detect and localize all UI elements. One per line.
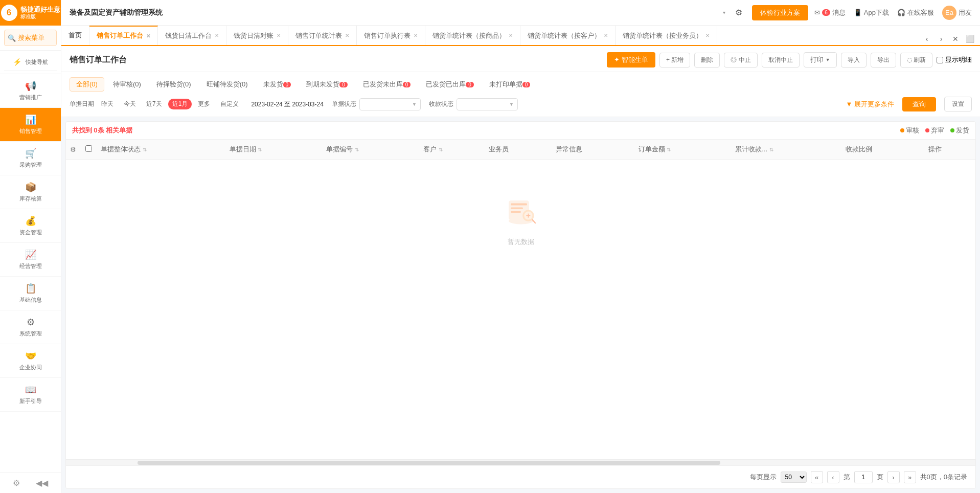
sidebar-item-销售管理[interactable]: 📊销售管理 — [0, 108, 61, 142]
reject-action[interactable]: 弃审 — [925, 126, 944, 135]
date-opt-今天[interactable]: 今天 — [120, 99, 140, 109]
tab-close-8[interactable]: ✕ — [705, 33, 710, 38]
tab-1[interactable]: 销售订单工作台✕ — [89, 26, 158, 45]
col-customer: 客户 ⇅ — [419, 140, 485, 160]
settings-icon[interactable]: ⚙ — [13, 478, 20, 488]
payment-select[interactable] — [457, 98, 518, 110]
date-opt-昨天[interactable]: 昨天 — [97, 99, 118, 109]
online-service-button[interactable]: 🎧 在线客服 — [897, 8, 934, 17]
prev-page-button[interactable]: ‹ — [827, 471, 839, 483]
message-badge: 6 — [822, 9, 830, 16]
date-opt-自定义[interactable]: 自定义 — [216, 99, 243, 109]
filter-tab-2[interactable]: 待择验货(0) — [150, 77, 198, 92]
date-opt-近1月[interactable]: 近1月 — [168, 99, 192, 109]
message-button[interactable]: ✉ 6 消息 — [814, 8, 846, 17]
sidebar-item-经营管理[interactable]: 📈经营管理 — [0, 243, 61, 277]
nav-icon-1: 📊 — [25, 114, 36, 125]
query-button[interactable]: 查询 — [902, 97, 936, 111]
sidebar-item-quick-nav[interactable]: ⚡ 快捷导航 — [4, 54, 57, 71]
status-select[interactable] — [359, 98, 421, 110]
col-checkbox — [81, 140, 97, 160]
show-detail-checkbox[interactable] — [937, 57, 943, 63]
tab-7[interactable]: 销货单统计表（按客户）✕ — [520, 26, 616, 45]
sort-icon[interactable]: ⇅ — [258, 147, 262, 152]
sidebar-item-库存核算[interactable]: 📦库存核算 — [0, 175, 61, 209]
sidebar-item-基础信息[interactable]: 📋基础信息 — [0, 277, 61, 310]
smart-create-button[interactable]: ✦ 智能生单 — [607, 52, 655, 68]
sort-icon[interactable]: ⇅ — [355, 147, 359, 152]
tab-scroll-left-button[interactable]: ‹ — [921, 33, 933, 45]
sort-icon[interactable]: ⇅ — [439, 147, 443, 152]
last-page-button[interactable]: » — [904, 471, 916, 483]
filter-tab-6[interactable]: 已发货未出库0 — [356, 77, 418, 92]
system-dropdown-arrow[interactable]: ▾ — [723, 10, 725, 15]
tab-8[interactable]: 销货单统计表（按业务员）✕ — [616, 26, 717, 45]
expand-more-button[interactable]: ▼ 展开更多条件 — [846, 100, 894, 109]
filter-tab-0[interactable]: 全部(0) — [70, 77, 104, 92]
filter-tab-8[interactable]: 未打印单据0 — [483, 77, 537, 92]
collapse-icon[interactable]: ◀◀ — [36, 478, 48, 488]
filter-tab-3[interactable]: 旺铺待发货(0) — [200, 77, 255, 92]
export-button[interactable]: 导出 — [871, 53, 896, 68]
tab-6[interactable]: 销货单统计表（按商品）✕ — [425, 26, 520, 45]
search-menu-button[interactable]: 🔍 搜索菜单 — [4, 30, 57, 46]
page-number-input[interactable] — [854, 471, 873, 483]
filter-tab-4[interactable]: 未发货0 — [257, 77, 298, 92]
cancel-stop-button[interactable]: 取消中止 — [762, 53, 800, 68]
user-menu-button[interactable]: Ea 用友 — [942, 6, 972, 20]
status-select-wrap — [359, 98, 421, 110]
sidebar-item-新手引导[interactable]: 📖新手引导 — [0, 378, 61, 412]
tab-5[interactable]: 销售订单执行表✕ — [357, 26, 425, 45]
tab-maximize-button[interactable]: ⬜ — [964, 33, 976, 45]
filter-tab-7[interactable]: 已发货已出库0 — [419, 77, 481, 92]
table-scroll[interactable]: ⚙ 单据整体状态 ⇅ 单据日期 ⇅ 单据编号 ⇅ 客户 ⇅ 业务员 异常信息 订… — [66, 140, 975, 459]
tab-4[interactable]: 销售订单统计表✕ — [288, 26, 357, 45]
solution-button[interactable]: 体验行业方案 — [752, 5, 808, 20]
settings-gear-icon[interactable]: ⚙ — [732, 6, 746, 20]
sidebar-item-采购管理[interactable]: 🛒采购管理 — [0, 142, 61, 175]
sidebar-item-企业协同[interactable]: 🤝企业协同 — [0, 344, 61, 378]
scrollbar-thumb[interactable] — [138, 461, 720, 465]
date-opt-更多[interactable]: 更多 — [194, 99, 214, 109]
show-detail-label[interactable]: 显示明细 — [937, 55, 972, 64]
sort-icon[interactable]: ⇅ — [667, 147, 671, 152]
tab-close-5[interactable]: ✕ — [414, 33, 418, 38]
tab-close-1[interactable]: ✕ — [146, 33, 150, 39]
next-page-button[interactable]: › — [887, 471, 900, 483]
sort-icon[interactable]: ⇅ — [143, 147, 147, 152]
first-page-button[interactable]: « — [811, 471, 823, 483]
sort-icon[interactable]: ⇅ — [769, 147, 773, 152]
tab-2[interactable]: 钱货日清工作台✕ — [158, 26, 226, 45]
sidebar-item-营销推广[interactable]: 📢营销推广 — [0, 74, 61, 108]
app-download-button[interactable]: 📱 App下载 — [854, 8, 889, 17]
sidebar-item-资金管理[interactable]: 💰资金管理 — [0, 209, 61, 243]
tab-scroll-right-button[interactable]: › — [935, 33, 947, 45]
content-area: 销售订单工作台 ✦ 智能生单 + 新增 删除 ◎ 中止 取消中止 打印 ▼ 导入… — [61, 46, 980, 493]
add-button[interactable]: + 新增 — [659, 53, 690, 68]
filter-tab-1[interactable]: 待审核(0) — [106, 77, 148, 92]
tab-close-6[interactable]: ✕ — [509, 33, 513, 38]
select-all-checkbox[interactable] — [85, 145, 92, 152]
delete-button[interactable]: 删除 — [694, 53, 720, 68]
stop-button[interactable]: ◎ 中止 — [724, 53, 757, 68]
set-button[interactable]: 设置 — [944, 97, 972, 111]
deliver-action[interactable]: 发货 — [950, 126, 969, 135]
sidebar-item-系统管理[interactable]: ⚙系统管理 — [0, 310, 61, 344]
refresh-button[interactable]: ◌ 刷新 — [900, 53, 932, 68]
print-button[interactable]: 打印 ▼ — [804, 52, 837, 68]
tab-close-all-button[interactable]: ✕ — [949, 33, 962, 45]
import-button[interactable]: 导入 — [841, 53, 867, 68]
approve-action[interactable]: 审核 — [900, 126, 919, 135]
scrollbar-area[interactable] — [66, 459, 975, 465]
tab-close-7[interactable]: ✕ — [604, 33, 608, 38]
tab-close-2[interactable]: ✕ — [215, 33, 219, 38]
tab-close-4[interactable]: ✕ — [345, 33, 349, 38]
tab-close-3[interactable]: ✕ — [277, 33, 281, 38]
nav-icon-2: 🛒 — [25, 148, 36, 159]
tab-home[interactable]: 首页 — [61, 26, 89, 45]
date-opt-近7天[interactable]: 近7天 — [142, 99, 166, 109]
page-size-select[interactable]: 10 20 50 100 — [781, 472, 807, 483]
tab-3[interactable]: 钱货日清对账✕ — [226, 26, 288, 45]
table-section: 共找到 0条 相关单据 审核 弃审 发货 — [65, 121, 976, 489]
filter-tab-5[interactable]: 到期未发货0 — [300, 77, 354, 92]
